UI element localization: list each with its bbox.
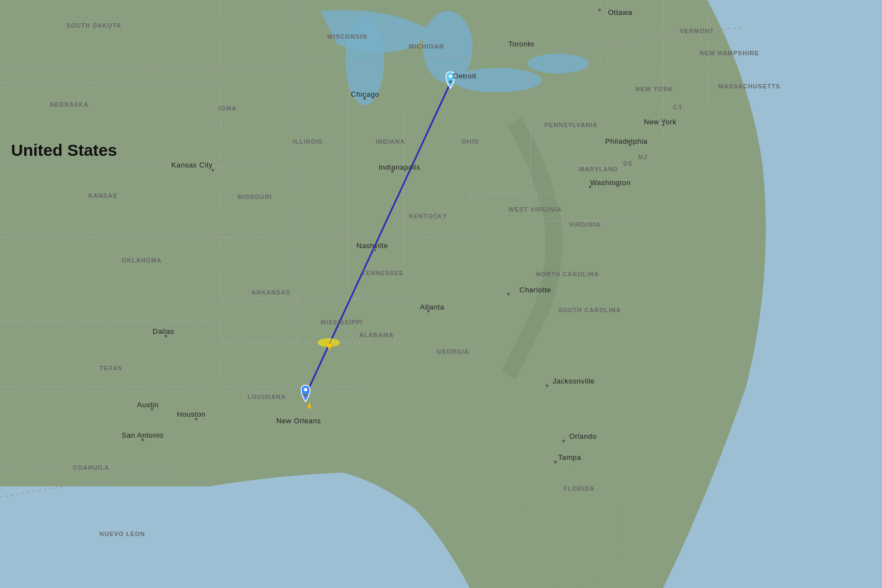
city-dot-detroit xyxy=(449,80,452,83)
city-dot-ottawa xyxy=(598,8,601,12)
city-dot-orlando xyxy=(562,439,565,443)
city-dot-dallas xyxy=(164,334,167,338)
city-dot-san-antonio xyxy=(141,438,144,442)
svg-point-4 xyxy=(453,68,542,92)
city-dot-washington xyxy=(589,185,592,188)
city-dot-philadelphia xyxy=(628,143,632,146)
city-dot-jacksonville xyxy=(545,384,549,387)
city-dot-new-orleans xyxy=(304,393,307,397)
city-dot-kansas-city xyxy=(211,169,214,172)
city-dot-austin xyxy=(150,407,154,411)
city-dot-atlanta xyxy=(427,309,430,313)
city-dot-nashville xyxy=(373,248,376,251)
city-dot-charlotte xyxy=(507,292,510,296)
city-dot-chicago xyxy=(363,97,366,100)
city-dot-indianapolis xyxy=(391,170,394,173)
city-dot-toronto xyxy=(529,43,532,46)
map-container: United States SOUTH DAKOTANEBRASKAKANSAS… xyxy=(0,0,882,588)
city-dot-new-york xyxy=(662,123,665,127)
svg-point-5 xyxy=(528,54,589,74)
city-dot-tampa xyxy=(554,460,557,464)
city-dot-houston xyxy=(195,417,198,421)
